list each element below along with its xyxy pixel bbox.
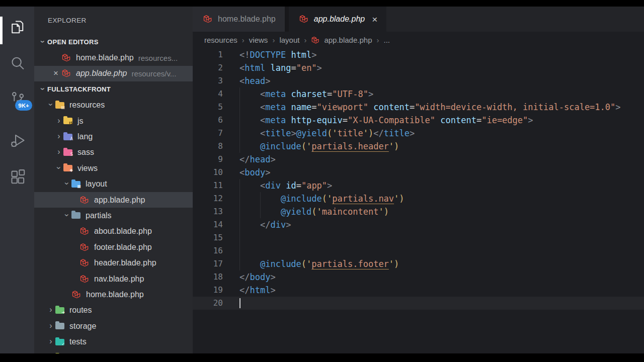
chevron-down-icon: › [38,84,47,94]
file-name: home.blade.php [76,53,134,62]
breadcrumb-item-...[interactable]: ... [384,36,390,44]
tree-item-label: footer.blade.php [94,243,152,252]
breadcrumb-item-layout[interactable]: layout [279,36,299,44]
text-cursor [239,298,240,308]
breadcrumb-label: layout [279,36,299,44]
explorer-activity-button[interactable] [0,11,34,43]
code-line-19[interactable]: 19</html> [193,284,644,297]
chevron-right-icon: › [46,321,55,330]
line-text: </div> [239,218,291,231]
tree-folder-partial[interactable]: › [34,350,193,353]
tree-item-label: app.blade.php [94,196,145,205]
line-number: 16 [193,244,223,257]
open-editor-item-app.blade.php[interactable]: ×app.blade.phpresources/v... [34,66,193,81]
breadcrumb: resources›views›layout›app.blade.php›... [193,32,644,48]
laravel-blade-icon [79,258,90,268]
line-number: 5 [193,101,223,114]
breadcrumb-item-app.blade.php[interactable]: app.blade.php [311,36,372,45]
breadcrumb-label: resources [204,36,237,44]
tree-folder-sass[interactable]: ›Ssass [34,145,193,160]
folder-icon [55,323,64,329]
file-path: resources... [138,54,178,62]
breadcrumb-item-views[interactable]: views [249,36,268,44]
close-icon[interactable]: × [372,15,377,24]
line-number: 8 [193,140,223,153]
tree-file-footer.blade.php[interactable]: footer.blade.php [34,239,193,255]
code-line-16[interactable]: 16 [193,244,644,257]
code-line-9[interactable]: 9</head> [193,153,644,166]
tab-label: app.blade.php [314,15,365,24]
code-line-4[interactable]: 4 <meta charset="UTF-8"> [193,87,644,101]
tree-file-home.blade.php[interactable]: home.blade.php [34,287,193,302]
line-text: @yield('maincontent') [239,205,389,218]
open-editor-item-home.blade.php[interactable]: home.blade.phpresources... [34,50,193,65]
code-line-17[interactable]: 17 @include('partials.footer') [193,257,644,270]
code-line-1[interactable]: 1<!DOCTYPE html> [193,48,644,61]
code-line-7[interactable]: 7 <title>@yield('title')</title> [193,127,644,140]
tree-folder-routes[interactable]: ›➔routes [34,303,193,318]
laravel-blade-icon [61,68,71,78]
tree-folder-views[interactable]: ›◈views [34,160,193,176]
tree-file-app.blade.php[interactable]: app.blade.php [34,192,193,208]
code-line-10[interactable]: 10<body> [193,166,644,179]
code-line-3[interactable]: 3<head> [193,74,644,87]
code-line-12[interactable]: 12 @include('partials.nav') [193,192,644,205]
tab-divider [285,7,289,32]
folder-glyph: JS [69,121,73,125]
code-line-8[interactable]: 8 @include('partials.header') [193,140,644,153]
breadcrumb-separator-icon: › [272,36,275,44]
close-icon[interactable]: × [50,68,61,78]
line-text: </html> [239,284,276,297]
tree-folder-js[interactable]: ›JSjs [34,113,193,129]
code-editor[interactable]: 1<!DOCTYPE html>2<html lang="en">3<head>… [193,48,644,353]
tree-folder-resources[interactable]: ›▤resources [34,98,193,113]
tree-folder-layout[interactable]: ›▦layout [34,176,193,192]
code-lines: 1<!DOCTYPE html>2<html lang="en">3<head>… [193,48,644,310]
code-line-18[interactable]: 18</body> [193,270,644,284]
line-text: </body> [239,270,276,284]
code-line-6[interactable]: 6 <meta http-equiv="X-UA-Compatible" con… [193,114,644,127]
line-number: 2 [193,61,223,74]
code-line-20[interactable]: 20 [193,297,644,310]
code-line-15[interactable]: 15 [193,231,644,244]
tree-file-about.blade.php[interactable]: about.blade.php [34,224,193,239]
file-name: app.blade.php [76,69,127,78]
code-line-5[interactable]: 5 <meta name="viewport" content="width=d… [193,101,644,114]
code-line-2[interactable]: 2<html lang="en"> [193,61,644,74]
laravel-blade-icon [79,242,90,252]
tree-folder-storage[interactable]: ›storage [34,318,193,334]
code-line-14[interactable]: 14 </div> [193,218,644,231]
source-control-activity-button[interactable]: 9K+ [0,82,34,114]
tab-app.blade.php[interactable]: app.blade.php× [289,7,387,32]
tree-file-header.blade.php[interactable]: header.blade.php [34,255,193,270]
file-path: resources/v... [131,69,176,78]
folder-glyph: ➔ [61,311,65,315]
line-number: 7 [193,127,223,140]
open-editors-header[interactable]: › OPEN EDITORS [34,34,193,50]
chevron-right-icon: › [54,116,63,125]
run-debug-activity-button[interactable] [0,124,34,156]
tree-folder-lang[interactable]: ›Alang [34,129,193,144]
tab-bar: home.blade.phpapp.blade.php× [193,7,644,32]
tree-file-nav.blade.php[interactable]: nav.blade.php [34,271,193,287]
code-line-11[interactable]: 11 <div id="app"> [193,179,644,192]
folder-icon: JS [63,118,72,124]
line-text: <body> [239,166,270,179]
tab-home.blade.php[interactable]: home.blade.php [193,7,285,32]
workspace-root-header[interactable]: › FULLSTACKFRONT [34,81,193,97]
tree-folder-partials[interactable]: ›partials [34,208,193,223]
chevron-down-icon: › [54,163,63,172]
code-line-13[interactable]: 13 @yield('maincontent') [193,205,644,218]
line-number: 9 [193,153,223,166]
line-text: </head> [239,153,276,166]
extensions-activity-button[interactable] [0,160,34,192]
tree-folder-tests[interactable]: ›✓tests [34,334,193,349]
indent-guide [239,231,240,244]
line-text: <head> [239,74,270,87]
search-activity-button[interactable] [0,47,34,79]
laravel-blade-icon [71,290,82,300]
breadcrumb-item-resources[interactable]: resources [204,36,237,44]
line-number: 11 [193,179,223,192]
folder-icon: ✓ [55,339,64,345]
line-number: 13 [193,205,223,218]
